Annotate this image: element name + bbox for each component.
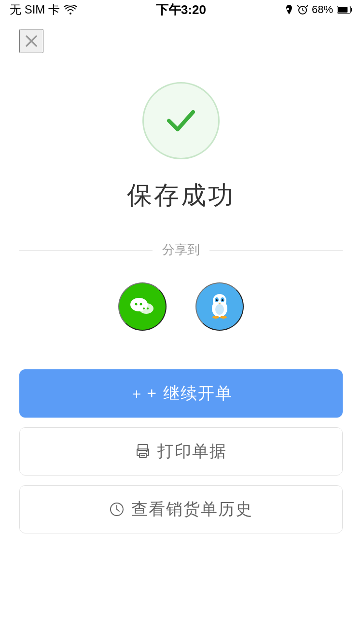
svg-point-7: [143, 308, 145, 309]
history-button[interactable]: 查看销货单历史: [19, 485, 343, 533]
continue-order-label: + 继续开单: [147, 382, 232, 405]
svg-point-22: [146, 451, 148, 452]
success-icon-circle: [142, 82, 220, 159]
battery-icon: [337, 6, 352, 14]
wechat-icon: [128, 292, 157, 321]
svg-point-6: [140, 303, 142, 306]
printer-icon: [135, 444, 151, 459]
wifi-icon: [64, 5, 77, 14]
location-icon: [285, 5, 293, 14]
status-right: 68%: [285, 3, 352, 16]
qq-icon: [205, 292, 234, 321]
share-icons: [118, 282, 244, 331]
continue-order-button[interactable]: ＋ + 继续开单: [19, 369, 343, 418]
plus-icon: ＋: [129, 384, 145, 404]
svg-point-17: [215, 304, 224, 315]
success-title: 保存成功: [127, 179, 235, 212]
battery-percent: 68%: [312, 3, 333, 16]
status-bar: 无 SIM 卡 下午3:20 68%: [0, 0, 362, 19]
no-sim-label: 无 SIM 卡: [10, 2, 60, 17]
qq-share-button[interactable]: [195, 282, 244, 331]
svg-rect-18: [138, 445, 148, 450]
print-label: 打印单据: [157, 440, 227, 462]
action-buttons: ＋ + 继续开单 打印单据 查看销货单历史: [19, 369, 343, 533]
status-left: 无 SIM 卡: [10, 2, 77, 17]
svg-rect-2: [338, 7, 348, 13]
alarm-icon: [297, 4, 308, 15]
svg-rect-21: [140, 455, 145, 456]
svg-point-15: [212, 316, 219, 319]
close-button[interactable]: [19, 29, 43, 53]
svg-point-5: [135, 303, 138, 306]
main-content: 保存成功 分享到: [0, 19, 362, 644]
svg-point-8: [147, 308, 149, 309]
share-label: 分享到: [153, 241, 209, 258]
share-section: 分享到: [19, 241, 343, 258]
wechat-share-button[interactable]: [118, 282, 167, 331]
svg-point-16: [220, 316, 227, 319]
svg-point-13: [216, 299, 218, 301]
print-button[interactable]: 打印单据: [19, 427, 343, 476]
svg-point-14: [222, 299, 223, 301]
history-icon: [109, 502, 125, 517]
checkmark-icon: [162, 101, 200, 140]
status-time: 下午3:20: [156, 1, 206, 18]
history-label: 查看销货单历史: [131, 498, 253, 520]
